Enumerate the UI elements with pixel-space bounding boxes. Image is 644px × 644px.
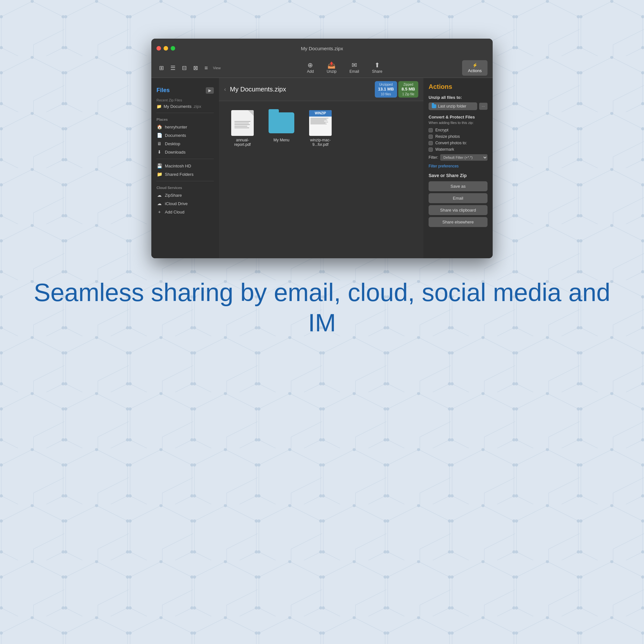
columns-icon: ⊟	[182, 65, 187, 71]
sidebar-item-label: henryhunter	[165, 125, 187, 129]
mac-window: My Documents.zipx ⊞ ☰ ⊟ ⊠ ≡ V	[151, 39, 493, 258]
share-elsewhere-button[interactable]: Share elsewhere	[429, 217, 488, 227]
zipped-label: Zipped	[402, 82, 415, 87]
unzip-icon: 📤	[327, 62, 336, 68]
sidebar-item-documents[interactable]: 📄 Documents	[151, 131, 219, 139]
sidebar-recent-label: Recent Zip Files	[151, 96, 219, 103]
share-clipboard-button[interactable]: Share via clipboard	[429, 205, 488, 215]
file-item-annual-report[interactable]: annual-report.pdf	[225, 108, 260, 149]
convert-checkbox-row: Convert photos to:	[429, 141, 488, 145]
resize-checkbox[interactable]	[429, 135, 433, 139]
email-label: Email	[349, 69, 359, 74]
minimize-button[interactable]	[164, 46, 168, 51]
toolbar-right: ⚡ Actions	[462, 60, 488, 76]
filter-preferences-link[interactable]: Filter preferences	[429, 164, 488, 168]
sidebar-item-downloads[interactable]: ⬇ Downloads	[151, 148, 219, 156]
actions-panel-title: Actions	[429, 83, 488, 90]
pdf-line	[234, 126, 247, 127]
fullscreen-button[interactable]	[171, 46, 175, 51]
detail-view-btn[interactable]: ≡	[202, 63, 211, 73]
zipped-stat: Zipped 8.5 MB 1 Zip file	[398, 81, 418, 98]
pdf-line	[234, 124, 250, 125]
sidebar-item-label: ZipShare	[165, 193, 182, 198]
close-button[interactable]	[156, 46, 161, 51]
pdf-line	[234, 121, 251, 122]
add-icon: ⊕	[308, 62, 313, 68]
list-icon: ☰	[170, 65, 175, 71]
sidebar-item-label: Documents	[165, 133, 186, 138]
folder-icon: 📁	[156, 104, 162, 109]
sidebar-recent-item[interactable]: 📁 My Documents .zipx	[151, 103, 219, 110]
unzipped-stat: Unzipped 13.1 MB 10 files	[375, 81, 397, 98]
gallery-view-btn[interactable]: ⊠	[191, 63, 201, 73]
recent-item-label: My Documents .zipx	[164, 104, 201, 109]
actions-label: Actions	[468, 68, 482, 73]
actions-toolbar-button[interactable]: ⚡ Actions	[462, 60, 488, 76]
convert-title: Convert & Protect Files	[429, 115, 488, 119]
tagline-text: Seamless sharing by email, cloud, social…	[26, 278, 618, 338]
gallery-icon: ⊠	[193, 65, 198, 71]
drive-icon: 💾	[156, 163, 162, 168]
encrypt-label: Encrypt	[435, 128, 449, 132]
list-view-btn[interactable]: ☰	[168, 63, 178, 73]
back-arrow-button[interactable]: ‹	[224, 86, 226, 93]
sidebar-item-macintosh-hd[interactable]: 💾 Macintosh HD	[151, 162, 219, 170]
sidebar-item-shared-folders[interactable]: 📁 Shared Folders	[151, 170, 219, 178]
sidebar-files-title: Files	[156, 87, 170, 94]
unzip-folder-label: Last unzip folder	[438, 104, 466, 109]
unzip-folder-button[interactable]: Last unzip folder	[429, 102, 477, 110]
unzip-button[interactable]: 📤 Unzip	[320, 60, 343, 76]
more-options-button[interactable]: ···	[479, 103, 488, 110]
email-action-button[interactable]: Email	[429, 193, 488, 203]
convert-subtitle: When adding files to this zip:	[429, 121, 488, 125]
pdf-line	[234, 128, 249, 128]
title-bar: My Documents.zipx	[151, 39, 493, 58]
bottom-text-section: Seamless sharing by email, cloud, social…	[0, 278, 644, 338]
zip-icon-header: WINZIP	[309, 110, 332, 117]
pdf-lines	[232, 117, 253, 132]
unzip-folder-row: Last unzip folder ···	[429, 102, 488, 110]
file-item-winzip[interactable]: WINZIP	[303, 108, 337, 149]
sidebar-item-add-cloud[interactable]: + Add Cloud	[151, 208, 219, 216]
add-label: Add	[307, 69, 314, 74]
share-toolbar-button[interactable]: ⬆ Share	[365, 60, 389, 76]
file-header: ‹ My Documents.zipx Unzipped 13.1 MB 10 …	[219, 78, 423, 101]
save-share-title: Save or Share Zip	[429, 173, 488, 178]
sidebar-item-zipshare[interactable]: ☁ ZipShare	[151, 191, 219, 199]
resize-label: Resize photos	[435, 134, 460, 139]
icloud-icon: ☁	[156, 201, 162, 206]
document-icon: 📄	[156, 133, 162, 138]
encrypt-checkbox[interactable]	[429, 128, 433, 132]
places-label: Places	[151, 116, 219, 123]
add-cloud-icon: +	[156, 209, 162, 214]
sidebar-item-label: Shared Folders	[165, 172, 194, 177]
sidebar-item-label: Downloads	[165, 150, 185, 155]
file-label-winzip: winzip-mac-9...for.pdf	[306, 138, 335, 147]
save-as-button[interactable]: Save as	[429, 181, 488, 191]
filter-select[interactable]: Default Filter (+*.*)	[440, 154, 488, 161]
sidebar-item-label: Macintosh HD	[165, 164, 191, 168]
convert-checkbox[interactable]	[429, 141, 433, 145]
sidebar-divider-2	[156, 159, 214, 159]
sidebar-item-henryhunter[interactable]: 🏠 henryhunter	[151, 123, 219, 131]
icon-view-btn[interactable]: ⊞	[156, 63, 166, 73]
email-toolbar-button[interactable]: ✉ Email	[343, 60, 365, 76]
sidebar-item-label: Add Cloud	[165, 210, 185, 214]
zipped-files: 1 Zip file	[402, 92, 415, 96]
main-content: Files ▶ Recent Zip Files 📁 My Documents …	[151, 78, 493, 258]
watermark-checkbox[interactable]	[429, 147, 433, 152]
sidebar-toggle-button[interactable]: ▶	[206, 87, 214, 94]
column-view-btn[interactable]: ⊟	[179, 63, 189, 73]
share-label: Share	[372, 69, 382, 74]
file-item-my-menu[interactable]: My Menu	[266, 108, 297, 149]
watermark-label: Watermark	[435, 147, 454, 152]
grid-icon: ⊞	[159, 65, 164, 71]
sidebar-item-icloud[interactable]: ☁ iCloud Drive	[151, 199, 219, 208]
zipped-size: 8.5 MB	[402, 87, 415, 92]
sidebar-item-desktop[interactable]: 🖥 Desktop	[151, 139, 219, 148]
share-icon: ⬆	[374, 62, 380, 68]
watermark-checkbox-row: Watermark	[429, 147, 488, 152]
filter-label: Filter:	[429, 155, 438, 160]
add-button[interactable]: ⊕ Add	[300, 60, 320, 76]
view-label: View	[213, 66, 221, 70]
